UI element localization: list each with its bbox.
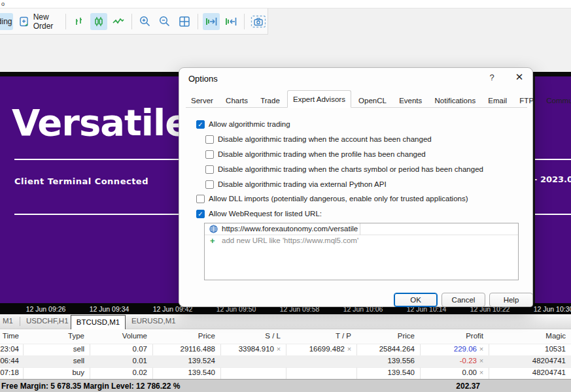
cell-sl	[220, 355, 286, 367]
zoom-out-button[interactable]	[156, 13, 173, 30]
checkbox-allow-webrequest[interactable]: ✓ Allow WebRequest for listed URL:	[196, 209, 322, 218]
dialog-title: Options	[188, 74, 218, 84]
checkbox-allow-algo-trading[interactable]: ✓ Allow algorithmic trading	[196, 120, 290, 129]
dialog-close-icon[interactable]: ✕	[511, 71, 527, 84]
add-url-icon: +	[210, 236, 215, 246]
chart-shift-button[interactable]	[203, 13, 220, 30]
checkbox-disable-on-profile-change[interactable]: Disable algorithmic trading when the pro…	[205, 150, 426, 159]
table-row[interactable]: 2:23:04 sell 0.07 29116.488 33984.910× 1…	[0, 344, 571, 355]
ok-button[interactable]: OK	[394, 293, 438, 307]
free-margin-text: Free Margin: 5 678.35 Margin Level: 12 7…	[1, 382, 180, 391]
new-order-button[interactable]: New Order	[16, 13, 61, 30]
add-url-hint: add new URL like 'https://www.mql5.com'	[222, 237, 358, 244]
tab-ftp[interactable]: FTP	[514, 93, 539, 108]
chart-tab-eurusd[interactable]: EURUSD,M1	[131, 317, 176, 325]
line-chart-button[interactable]	[110, 13, 127, 30]
tab-opencl[interactable]: OpenCL	[353, 93, 392, 108]
checkbox-checked-icon[interactable]: ✓	[196, 120, 205, 129]
chart-right-edge	[533, 76, 535, 303]
webrequest-url-list[interactable]: https://www.forexautonomy.com/versatile …	[204, 223, 519, 280]
checkbox-unchecked-icon[interactable]	[196, 195, 205, 203]
checkbox-unchecked-icon[interactable]	[205, 135, 214, 144]
dialog-help-icon[interactable]: ?	[485, 73, 498, 84]
tab-events[interactable]: Events	[394, 93, 427, 108]
status-bar: Free Margin: 5 678.35 Margin Level: 12 7…	[0, 379, 571, 392]
grid-icon	[179, 16, 190, 27]
screenshot-icon	[251, 15, 266, 28]
chart-tab-btcusd-active[interactable]: BTCUSD,M1	[71, 315, 126, 329]
new-order-icon	[19, 16, 29, 27]
tab-community[interactable]: Community	[541, 93, 571, 108]
cell-type: buy	[23, 367, 90, 379]
checkbox-checked-icon[interactable]: ✓	[196, 210, 205, 218]
cell-magic: 10531	[489, 344, 571, 355]
tab-server[interactable]: Server	[186, 93, 218, 108]
col-header-tp[interactable]: T / P	[286, 329, 356, 344]
screenshot-button[interactable]	[249, 13, 268, 30]
chart-tab-separator	[20, 317, 20, 326]
close-position-icon[interactable]: ×	[477, 345, 486, 353]
close-position-icon[interactable]: ×	[477, 357, 486, 365]
cell-price-current: 139.540	[356, 367, 420, 379]
time-axis-label: 12 Jun 09:34	[90, 305, 130, 313]
table-row[interactable]: 6:06:44 sell 0.01 139.524 139.556 -0.23×…	[0, 355, 571, 367]
checkbox-unchecked-icon[interactable]	[205, 150, 214, 159]
cell-magic: 48204741	[489, 355, 571, 367]
table-row[interactable]: 6:07:18 buy 0.02 139.540 139.540 0.00× 4…	[0, 367, 571, 379]
chart-tab-m1[interactable]: M1	[3, 317, 13, 325]
zoom-in-button[interactable]	[137, 13, 154, 30]
cell-volume: 0.01	[90, 355, 152, 367]
cell-sl: 33984.910×	[220, 344, 286, 355]
algo-trading-label: ading	[0, 17, 12, 26]
cancel-button[interactable]: Cancel	[441, 293, 485, 307]
checkbox-allow-dll-imports[interactable]: Allow DLL imports (potentially dangerous…	[196, 194, 468, 203]
candlestick-chart-button[interactable]	[90, 13, 107, 30]
col-header-volume[interactable]: Volume	[90, 329, 152, 344]
bar-chart-icon	[73, 16, 85, 27]
algo-trading-button[interactable]: ading	[0, 13, 13, 30]
checkbox-disable-via-python-api[interactable]: Disable algorithmic trading via external…	[205, 180, 387, 189]
cell-profit: 0.00×	[420, 367, 489, 379]
profit-total: 202.37	[420, 382, 480, 391]
col-header-time[interactable]: Time	[0, 329, 23, 344]
cell-magic: 48204741	[489, 367, 571, 379]
menu-bar: o	[0, 0, 571, 8]
cell-volume: 0.02	[90, 367, 152, 379]
tab-notifications[interactable]: Notifications	[430, 93, 481, 108]
url-list-item[interactable]: https://www.forexautonomy.com/versatile	[205, 223, 518, 235]
col-header-sl[interactable]: S / L	[220, 329, 286, 344]
checkbox-disable-on-symbol-change[interactable]: Disable algorithmic trading when the cha…	[205, 165, 483, 174]
cell-time: 2:23:04	[0, 344, 23, 355]
trade-table: Time Type Volume Price S / L T / P Price…	[0, 329, 571, 379]
chart-tab-usdchf[interactable]: USDCHF,H1	[26, 317, 69, 325]
checkbox-label: Allow DLL imports (potentially dangerous…	[209, 195, 468, 203]
candlestick-chart-icon	[93, 16, 105, 27]
add-url-row[interactable]: + add new URL like 'https://www.mql5.com…	[205, 235, 518, 247]
col-header-price2[interactable]: Price	[356, 329, 420, 344]
tab-trade[interactable]: Trade	[255, 93, 285, 108]
col-header-price[interactable]: Price	[152, 329, 220, 344]
options-dialog: Options ? ✕ Server Charts Trade Expert A…	[179, 67, 533, 307]
auto-scroll-button[interactable]	[222, 13, 239, 30]
checkbox-unchecked-icon[interactable]	[205, 180, 214, 189]
col-header-magic[interactable]: Magic	[489, 329, 571, 344]
help-button[interactable]: Help	[489, 293, 533, 307]
tab-email[interactable]: Email	[483, 93, 512, 108]
close-position-icon[interactable]: ×	[477, 368, 486, 376]
remove-tp-icon[interactable]: ×	[345, 345, 354, 353]
checkbox-disable-on-account-change[interactable]: Disable algorithmic trading when the acc…	[205, 135, 432, 144]
cell-price-current: 25844.264	[356, 344, 420, 355]
cell-volume: 0.07	[90, 344, 152, 355]
remove-sl-icon[interactable]: ×	[274, 345, 283, 353]
grid-button[interactable]	[176, 13, 193, 30]
chart-brand-title: Versatile	[12, 101, 189, 144]
tab-charts[interactable]: Charts	[220, 93, 253, 108]
col-header-profit[interactable]: Profit	[420, 329, 489, 344]
cell-price: 139.524	[152, 355, 220, 367]
tab-expert-advisors[interactable]: Expert Advisors	[287, 90, 351, 108]
col-header-type[interactable]: Type	[23, 329, 90, 344]
menu-partial-text: o	[1, 1, 5, 7]
bar-chart-button[interactable]	[71, 13, 88, 30]
checkbox-unchecked-icon[interactable]	[205, 165, 214, 174]
zoom-out-icon	[158, 15, 171, 27]
